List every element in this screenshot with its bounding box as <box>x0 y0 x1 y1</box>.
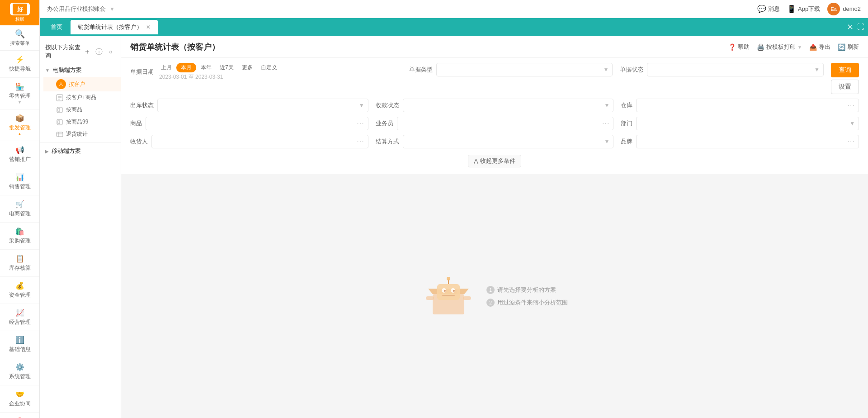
app-subtitle: 标版 <box>15 16 24 23</box>
tab-home[interactable]: 首页 <box>43 20 70 34</box>
query-button[interactable]: 查询 <box>831 63 859 77</box>
sidebar-item-business[interactable]: 📈 经营管理 <box>0 304 39 331</box>
help-btn[interactable]: ❓ 帮助 <box>728 43 750 51</box>
brand-input[interactable]: ··· <box>636 135 859 148</box>
customer-goods-label: 按客户+商品 <box>66 94 96 101</box>
sidebar-item-ecommerce[interactable]: 🛒 电商管理 <box>0 195 39 223</box>
dept-select[interactable]: ▼ <box>636 117 859 130</box>
ecommerce-icon: 🛒 <box>15 200 24 209</box>
filter-section: 单据日期 上月 本月 本年 近7天 更多 自定义 2023-03-01 至 20… <box>121 57 868 174</box>
scheme-customer-goods[interactable]: 按客户+商品 <box>43 91 121 104</box>
status-select[interactable]: ▼ <box>647 63 824 76</box>
date-btn-7days[interactable]: 近7天 <box>216 63 237 72</box>
scheme-by-goods[interactable]: 按商品 <box>43 104 121 116</box>
tab-maximize-btn[interactable]: ✕ ⛶ <box>847 22 864 32</box>
out-status-select[interactable]: ▼ <box>157 99 368 112</box>
date-label: 单据日期 <box>130 68 154 76</box>
sidebar-item-inventory[interactable]: 📋 库存核算 <box>0 250 39 277</box>
sidebar-item-newbie[interactable]: 🎯 新手引导 <box>0 413 39 418</box>
hint-num-2: 2 <box>486 299 495 307</box>
sidebar-item-quick-nav[interactable]: ⚡ 快捷导航 <box>0 51 39 78</box>
help-label: 帮助 <box>738 43 750 51</box>
hint-2: 2 用过滤条件来缩小分析范围 <box>486 299 568 307</box>
sidebar-item-cooperation[interactable]: 🤝 企业协同 <box>0 385 39 413</box>
breadcrumb-area: 办公用品行业模拟账套 ▼ <box>47 5 115 13</box>
date-range-display: 2023-03-01 至 2023-03-31 <box>157 73 281 81</box>
date-btn-custom[interactable]: 自定义 <box>257 63 281 72</box>
status-select-arrow: ▼ <box>814 66 820 73</box>
app-download-label: App下载 <box>798 5 820 13</box>
collapse-panel-btn[interactable]: « <box>106 47 115 56</box>
svg-rect-11 <box>58 121 60 124</box>
tab-close-icon[interactable]: ✕ <box>146 24 151 30</box>
empty-hints: 1 请先选择要分析的方案 2 用过滤条件来缩小分析范围 <box>486 286 568 307</box>
settlement-select[interactable]: ▼ <box>403 135 614 148</box>
edit-scheme-btn[interactable]: i <box>94 47 104 56</box>
data-area: 1 请先选择要分析的方案 2 用过滤条件来缩小分析范围 <box>121 174 868 418</box>
warehouse-input[interactable]: ··· <box>636 99 859 112</box>
sidebar-item-finance[interactable]: 💰 资金管理 <box>0 277 39 304</box>
hint-1: 1 请先选择要分析的方案 <box>486 286 568 294</box>
customer-goods-icon <box>56 94 63 101</box>
sidebar-item-wholesale[interactable]: 📦 批发管理 ▲ <box>0 109 39 141</box>
wholesale-icon: 📦 <box>15 114 24 123</box>
date-btn-last-month[interactable]: 上月 <box>157 63 175 72</box>
date-btn-this-year[interactable]: 本年 <box>197 63 215 72</box>
dept-cell: 部门 ▼ <box>621 117 859 130</box>
by-customer-icon: 人 <box>56 79 66 89</box>
export-label: 导出 <box>819 43 830 51</box>
scheme-return-stat[interactable]: 退货统计 <box>43 128 121 140</box>
settings-button[interactable]: 设置 <box>831 80 859 94</box>
print-arrow-icon: ▼ <box>797 45 802 50</box>
download-icon: 📱 <box>787 5 796 13</box>
settlement-arrow: ▼ <box>604 138 609 145</box>
search-menu-label: 搜索菜单 <box>10 40 30 47</box>
scheme-by-customer[interactable]: 人 按客户 <box>43 77 121 91</box>
right-panel: 销货单统计表（按客户） ❓ 帮助 🖨️ 按模板打印 ▼ 📤 导出 <box>121 36 868 418</box>
scheme-by-goods99[interactable]: 按商品99 <box>43 116 121 128</box>
purchase-icon: 🛍️ <box>15 227 24 236</box>
template-print-btn[interactable]: 🖨️ 按模板打印 ▼ <box>757 43 802 51</box>
tab-sales-stat[interactable]: 销货单统计表（按客户） ✕ <box>71 20 158 34</box>
add-scheme-btn[interactable]: ＋ <box>83 47 92 56</box>
sidebar-item-system[interactable]: ⚙️ 系统管理 <box>0 358 39 385</box>
page-title: 销货单统计表（按客户） <box>130 42 220 52</box>
refresh-btn[interactable]: 🔄 刷新 <box>838 43 859 51</box>
refresh-label: 刷新 <box>847 43 859 51</box>
main-wrapper: 办公用品行业模拟账套 ▼ 💬 消息 📱 App下载 Ea demo2 首页 <box>40 0 868 418</box>
pay-status-label: 收款状态 <box>376 101 399 109</box>
collapse-btn[interactable]: ⋀ 收起更多条件 <box>468 155 521 167</box>
sidebar-item-purchase[interactable]: 🛍️ 采购管理 <box>0 223 39 250</box>
mobile-section[interactable]: ▶ 移动端方案 <box>40 144 121 158</box>
status-filter-cell: 单据状态 ▼ <box>620 63 824 76</box>
sidebar-item-basic[interactable]: ℹ️ 基础信息 <box>0 331 39 358</box>
basic-icon: ℹ️ <box>15 336 24 344</box>
sidebar-item-retail[interactable]: 🏪 零售管理 ▼ <box>0 78 39 109</box>
date-btn-this-month[interactable]: 本月 <box>176 63 196 72</box>
app-logo: 好 标版 <box>0 0 39 25</box>
desktop-section[interactable]: ▼ 电脑端方案 <box>40 63 121 77</box>
receiver-input[interactable]: ··· <box>151 135 368 148</box>
maximize-icon[interactable]: ⛶ <box>857 23 864 31</box>
pay-status-select[interactable]: ▼ <box>403 99 614 112</box>
type-select[interactable]: ▼ <box>436 63 613 76</box>
sidebar-search-item[interactable]: 🔍 搜索菜单 <box>0 25 39 51</box>
out-status-cell: 出库状态 ▼ <box>130 99 368 112</box>
return-stat-icon <box>56 131 63 138</box>
desktop-arrow: ▼ <box>45 68 50 73</box>
salesperson-input[interactable]: ··· <box>397 117 614 130</box>
app-download-btn[interactable]: 📱 App下载 <box>787 5 820 13</box>
sidebar-item-marketing[interactable]: 📢 营销推广 <box>0 141 39 168</box>
username-label: demo2 <box>843 5 861 12</box>
left-panel-icons: ＋ i « <box>83 47 115 56</box>
date-input-group: 上月 本月 本年 近7天 更多 自定义 2023-03-01 至 2023-03… <box>157 63 281 81</box>
out-status-label: 出库状态 <box>130 101 154 109</box>
export-btn[interactable]: 📤 导出 <box>809 43 830 51</box>
close-window-icon[interactable]: ✕ <box>847 22 854 32</box>
user-profile-btn[interactable]: Ea demo2 <box>827 3 861 15</box>
goods-input[interactable]: ··· <box>146 117 368 130</box>
sidebar-item-sales[interactable]: 📊 销售管理 <box>0 168 39 195</box>
message-btn[interactable]: 💬 消息 <box>757 5 780 13</box>
warehouse-dots: ··· <box>848 101 855 109</box>
date-btn-more[interactable]: 更多 <box>238 63 256 72</box>
